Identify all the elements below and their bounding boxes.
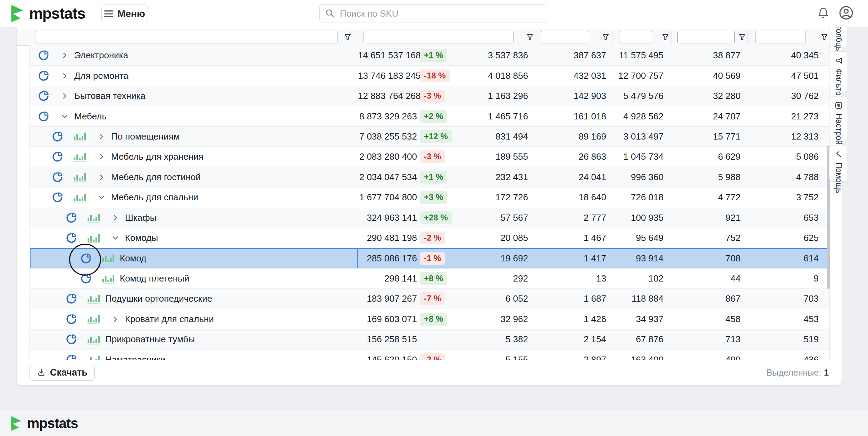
table-row[interactable]: Мебель 8 873 329 263 +2 % 1 465 716 161 … [30,106,829,126]
table-footer-bar: Скачать Выделенные:1 [17,360,842,385]
table-row[interactable]: Подушки ортопедические 183 907 267 -7 % … [30,289,829,309]
table-row[interactable]: Электроника 14 651 537 168 +1 % 3 537 83… [30,45,829,66]
funnel-icon[interactable] [661,33,669,41]
table-row[interactable]: Наматрасники 145 620 150 -2 % 5 155 2 89… [30,350,829,360]
funnel-icon[interactable] [738,33,746,41]
category-label[interactable]: Мебель для хранения [111,151,203,162]
category-label[interactable]: По помещениям [111,131,180,142]
table-row[interactable]: Мебель для гостиной 2 034 047 534 +1 % 2… [30,167,829,187]
table-row[interactable]: Бытовая техника 12 883 764 268 -3 % 1 16… [30,86,829,106]
pie-chart-icon[interactable] [66,232,77,244]
pie-chart-icon[interactable] [80,253,92,264]
menu-button[interactable]: Меню [101,5,148,23]
bell-icon[interactable] [817,6,830,20]
category-label[interactable]: Мебель для спальни [111,192,198,203]
metric-cell: 18 640 [528,192,606,203]
pie-chart-icon[interactable] [66,354,77,360]
filter-input-col5[interactable] [677,31,735,43]
filter-input-col3[interactable] [541,31,589,43]
bar-chart-icon[interactable] [102,274,115,284]
bar-chart-icon[interactable] [87,233,100,243]
filter-input-category[interactable] [35,31,337,43]
category-label[interactable]: Комод [120,253,147,264]
pie-chart-icon[interactable] [38,70,49,82]
funnel-icon[interactable] [602,33,610,41]
table-row[interactable]: Шкафы 324 963 141 +28 % 57 567 2 777 100… [30,208,829,228]
filter-input-col6[interactable] [755,31,806,43]
category-label[interactable]: Мебель для гостиной [111,172,201,183]
expand-chevron-icon[interactable] [112,214,119,221]
expand-chevron-icon[interactable] [98,194,105,201]
tab-settings[interactable]: Настройки [829,96,848,141]
tab-help[interactable]: Помощь [829,145,848,182]
table-row[interactable]: Прикроватные тумбы 156 258 515 5 382 2 1… [30,329,829,350]
expand-chevron-icon[interactable] [98,174,105,181]
metric-cell: 30 762 [741,91,830,101]
pie-chart-icon[interactable] [38,90,49,102]
search-input[interactable] [339,8,541,19]
table-row[interactable]: Мебель для хранения 2 083 280 400 -3 % 1… [30,147,829,167]
category-label[interactable]: Мебель [74,111,107,122]
table-row[interactable]: Кровати для спальни 169 603 071 +8 % 32 … [30,309,829,329]
metric-cell: 3 537 836 [469,50,528,61]
expand-chevron-icon[interactable] [61,92,68,100]
dynamics-cell: +8 % [417,272,469,285]
table-row[interactable]: Комоды 290 481 198 -2 % 20 085 1 467 95 … [30,228,829,248]
category-label[interactable]: Кровати для спальни [125,314,214,325]
bar-chart-icon[interactable] [102,253,115,263]
category-label[interactable]: Электроника [74,50,128,61]
bar-chart-icon[interactable] [74,172,86,182]
expand-chevron-icon[interactable] [112,316,119,323]
expand-chevron-icon[interactable] [61,72,68,79]
category-label[interactable]: Для ремонта [74,70,128,81]
pie-chart-icon[interactable] [66,334,77,345]
pie-chart-icon[interactable] [38,50,49,61]
category-label[interactable]: Комоды [125,233,158,243]
bar-chart-icon[interactable] [87,334,100,345]
expand-chevron-icon[interactable] [112,234,119,242]
table-row[interactable]: Мебель для спальни 1 677 704 800 +3 % 17… [30,187,829,208]
metric-cell: 24 707 [663,111,741,122]
funnel-icon[interactable] [344,33,352,41]
pie-chart-icon[interactable] [52,192,63,203]
bar-chart-icon[interactable] [74,152,86,162]
table-row[interactable]: Комод плетеный 298 141 +8 % 292 13 102 4… [30,269,829,289]
user-icon[interactable] [838,5,854,21]
bar-chart-icon[interactable] [87,314,100,324]
funnel-icon[interactable] [526,33,534,41]
download-button[interactable]: Скачать [30,365,95,381]
category-label[interactable]: Шкафы [125,212,156,223]
pie-chart-icon[interactable] [66,293,77,304]
tab-filters[interactable]: Фильтры [829,51,848,92]
table-row[interactable]: По помещениям 7 038 255 532 +12 % 831 49… [30,127,829,147]
pie-chart-icon[interactable] [38,111,49,122]
pie-chart-icon[interactable] [80,273,92,284]
expand-chevron-icon[interactable] [98,133,105,140]
category-label[interactable]: Подушки ортопедические [105,293,212,304]
category-label[interactable]: Бытовая техника [74,91,145,101]
pie-chart-icon[interactable] [52,131,63,142]
category-label[interactable]: Наматрасники [105,354,166,360]
pie-chart-icon[interactable] [66,212,77,224]
bar-chart-icon[interactable] [87,294,100,304]
funnel-icon[interactable] [820,33,828,41]
expand-chevron-icon[interactable] [61,113,68,120]
table-row[interactable]: Для ремонта 13 746 183 245 -18 % 4 018 8… [30,66,829,86]
bar-chart-icon[interactable] [87,212,100,223]
bar-chart-icon[interactable] [74,131,86,142]
pie-chart-icon[interactable] [52,151,63,162]
pie-chart-icon[interactable] [66,313,77,325]
bar-chart-icon[interactable] [74,192,86,203]
filter-input-revenue[interactable] [364,31,514,43]
metric-cell: 436 [741,354,830,360]
table-row[interactable]: Комод 285 086 176 -1 % 19 692 1 417 93 9… [30,248,829,268]
category-label[interactable]: Комод плетеный [120,273,189,284]
expand-chevron-icon[interactable] [61,52,68,59]
filter-input-col4[interactable] [619,31,652,43]
expand-chevron-icon[interactable] [98,153,105,160]
brand-logo[interactable]: mpstats [10,5,85,22]
dynamics-badge: -2 % [420,353,445,360]
pie-chart-icon[interactable] [52,171,63,183]
category-label[interactable]: Прикроватные тумбы [105,334,195,345]
bar-chart-icon[interactable] [87,354,100,360]
